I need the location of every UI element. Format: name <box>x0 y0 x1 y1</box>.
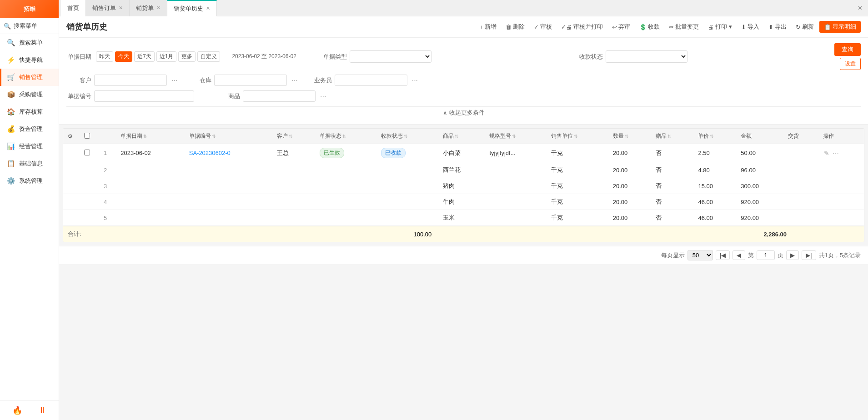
tab-0[interactable]: 首页 <box>61 0 86 16</box>
row-goods-4: 玉米 <box>438 210 485 226</box>
sidebar-pause-btn[interactable]: ⏸ <box>38 405 46 415</box>
doc-no-link-0[interactable]: SA-20230602-0 <box>189 150 231 156</box>
page-prev-btn[interactable]: ◀ <box>733 250 745 260</box>
row-qty-2: 20.00 <box>608 178 651 194</box>
toolbar-icon-7: 🖨 <box>708 24 714 30</box>
settings-button[interactable]: 设置 <box>840 58 861 70</box>
th-qty[interactable]: 数量⇅ <box>608 129 651 144</box>
toolbar-btn-3[interactable]: ✓🖨审核并打印 <box>557 21 607 33</box>
sidebar-item-finance[interactable]: 💰 资金管理 <box>0 120 59 138</box>
sidebar-search[interactable]: 🔍 搜索菜单 <box>0 18 59 34</box>
page-next-btn[interactable]: ▶ <box>786 250 799 260</box>
tab-2[interactable]: 销货单✕ <box>130 0 167 16</box>
toolbar-btn-0[interactable]: +新增 <box>477 21 501 33</box>
action-edit-0[interactable]: ✎ <box>824 150 829 157</box>
tab-label-1: 销售订单 <box>92 4 116 12</box>
nav-icon-system: ⚙️ <box>7 177 15 185</box>
sidebar-nav: 🔍 搜索菜单⚡ 快捷导航🛒 销售管理📦 采购管理🏠 库存核算💰 资金管理📊 经营… <box>0 34 59 190</box>
query-button[interactable]: 查询 <box>834 43 861 56</box>
toolbar-btn-11[interactable]: 📋显示明细 <box>819 21 861 33</box>
per-page-select[interactable]: 50 20 100 <box>687 250 713 260</box>
row-cb-0[interactable] <box>84 150 90 155</box>
sidebar-item-operation[interactable]: 📊 经营管理 <box>0 138 59 155</box>
toolbar-btn-1[interactable]: 🗑删除 <box>502 21 528 33</box>
th-price[interactable]: 单价⇅ <box>693 129 736 144</box>
sidebar-item-inventory[interactable]: 🏠 库存核算 <box>0 103 59 120</box>
sidebar-item-system[interactable]: ⚙️ 系统管理 <box>0 172 59 190</box>
doc-type-label: 单据类型 <box>322 53 347 61</box>
date-btn-昨天[interactable]: 昨天 <box>96 51 113 62</box>
sidebar-fire-btn[interactable]: 🔥 <box>12 405 22 415</box>
toolbar-btn-2[interactable]: ✓审核 <box>530 21 556 33</box>
row-index-4: 5 <box>95 210 116 226</box>
toolbar-btn-9[interactable]: ⬆导出 <box>765 21 790 33</box>
tab-close-3[interactable]: ✕ <box>206 5 210 11</box>
toolbar-btn-10[interactable]: ↻刷新 <box>792 21 818 33</box>
goods-input[interactable] <box>243 90 316 102</box>
page-first-btn[interactable]: |◀ <box>716 250 730 260</box>
row-price-2: 15.00 <box>693 178 736 194</box>
table-container: ⚙ 单据日期⇅ 单据编号⇅ 客户⇅ 单据状态⇅ 收款状态⇅ 商品⇅ 规格型号⇅ … <box>63 128 864 242</box>
doc-type-select[interactable] <box>350 50 431 63</box>
salesman-input[interactable] <box>335 75 407 86</box>
row-action-4 <box>818 210 864 226</box>
customer-dots[interactable]: ··· <box>170 76 179 85</box>
collapse-btn[interactable]: ∧ 收起更多条件 <box>66 106 861 119</box>
date-btn-近7天[interactable]: 近7天 <box>134 51 155 62</box>
sidebar-item-sales[interactable]: 🛒 销售管理 <box>0 69 59 86</box>
tab-label-2: 销货单 <box>136 4 154 12</box>
row-index-1: 2 <box>95 162 116 178</box>
toolbar-btn-7[interactable]: 🖨打印 ▾ <box>704 21 736 33</box>
warehouse-input[interactable] <box>214 75 287 86</box>
goods-dots[interactable]: ··· <box>318 92 328 100</box>
th-spec[interactable]: 规格型号⇅ <box>485 129 547 144</box>
row-spec-4 <box>485 210 547 226</box>
warehouse-dots[interactable]: ··· <box>290 76 299 85</box>
th-customer[interactable]: 客户⇅ <box>272 129 315 144</box>
docno-input[interactable] <box>94 90 194 102</box>
toolbar-btn-4[interactable]: ↩弃审 <box>608 21 634 33</box>
tab-3[interactable]: 销货单历史✕ <box>167 0 217 16</box>
th-doc-status[interactable]: 单据状态⇅ <box>315 129 377 144</box>
row-unit-0: 千克 <box>547 144 608 162</box>
row-unit-1: 千克 <box>547 162 608 178</box>
tab-close-2[interactable]: ✕ <box>156 5 161 11</box>
row-checkbox-1 <box>80 162 95 178</box>
customer-input[interactable] <box>94 75 167 86</box>
toolbar-icon-4: ↩ <box>612 24 617 30</box>
page-last-btn[interactable]: ▶| <box>802 250 816 260</box>
tab-bar-close[interactable]: ✕ <box>858 5 866 11</box>
th-gear[interactable]: ⚙ <box>63 129 80 144</box>
toolbar-btn-8[interactable]: ⬇导入 <box>738 21 763 33</box>
th-gift[interactable]: 赠品⇅ <box>651 129 694 144</box>
payment-status-label: 收款状态 <box>578 53 603 61</box>
tab-close-1[interactable]: ✕ <box>119 5 123 11</box>
sidebar-item-quick[interactable]: ⚡ 快捷导航 <box>0 51 59 69</box>
salesman-dots[interactable]: ··· <box>410 76 420 85</box>
row-customer-0: 王总 <box>272 144 315 162</box>
sidebar-item-search[interactable]: 🔍 搜索菜单 <box>0 34 59 51</box>
date-btn-近1月[interactable]: 近1月 <box>156 51 177 62</box>
th-goods[interactable]: 商品⇅ <box>438 129 485 144</box>
date-btn-今天[interactable]: 今天 <box>115 51 132 62</box>
tab-1[interactable]: 销售订单✕ <box>86 0 130 16</box>
th-date[interactable]: 单据日期⇅ <box>116 129 184 144</box>
sidebar-item-basic[interactable]: 📋 基础信息 <box>0 155 59 172</box>
row-docno-0[interactable]: SA-20230602-0 <box>185 144 272 162</box>
page-input[interactable] <box>757 250 775 260</box>
th-unit[interactable]: 销售单位⇅ <box>547 129 608 144</box>
select-all-checkbox[interactable] <box>84 133 90 139</box>
th-docno[interactable]: 单据编号⇅ <box>185 129 272 144</box>
table-row: 5玉米千克20.00否46.00920.00 <box>63 210 864 226</box>
sidebar-item-purchase[interactable]: 📦 采购管理 <box>0 86 59 103</box>
footer-label: 合计: <box>68 230 81 238</box>
payment-status-select[interactable] <box>606 50 687 63</box>
toolbar-label-8: 导入 <box>748 23 759 31</box>
toolbar-btn-6[interactable]: ✏批量变更 <box>665 21 702 33</box>
action-more-0[interactable]: ⋯ <box>833 150 839 157</box>
toolbar-icon-5: 💲 <box>639 24 647 30</box>
th-payment-status[interactable]: 收款状态⇅ <box>376 129 438 144</box>
date-btn-更多[interactable]: 更多 <box>178 51 196 62</box>
date-btn-自定义[interactable]: 自定义 <box>197 51 220 62</box>
toolbar-btn-5[interactable]: 💲收款 <box>636 21 663 33</box>
